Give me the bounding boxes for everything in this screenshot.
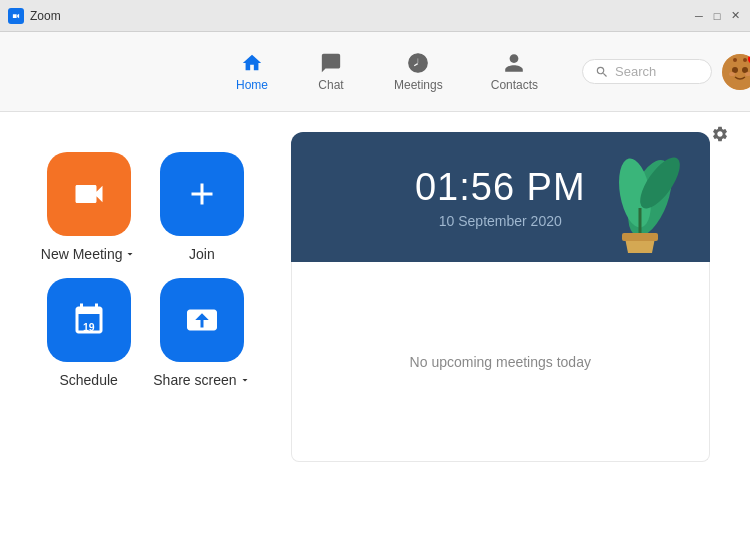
svg-text:19: 19: [83, 321, 95, 333]
action-grid: New Meeting Join 19: [40, 132, 251, 388]
tab-home[interactable]: Home: [216, 44, 288, 100]
join-item: Join: [153, 152, 250, 262]
contacts-tab-label: Contacts: [491, 78, 538, 92]
share-screen-label: Share screen: [153, 372, 250, 388]
contacts-icon: [503, 52, 525, 74]
title-bar-left: Zoom: [8, 8, 61, 24]
app-window: Zoom ─ □ ✕ Home Chat: [0, 0, 750, 554]
clock-date: 10 September 2020: [439, 213, 562, 229]
share-screen-chevron: [239, 374, 251, 386]
chat-tab-label: Chat: [318, 78, 343, 92]
clock-banner: 01:56 PM 10 September 2020: [291, 132, 710, 262]
close-button[interactable]: ✕: [728, 9, 742, 23]
main-content: New Meeting Join 19: [0, 112, 750, 554]
meetings-tab-label: Meetings: [394, 78, 443, 92]
share-icon: [184, 302, 220, 338]
clock-time: 01:56 PM: [415, 166, 586, 209]
camera-icon: [71, 176, 107, 212]
app-title: Zoom: [30, 9, 61, 23]
calendar-icon: 19: [71, 302, 107, 338]
right-panel: 01:56 PM 10 September 2020 No upcoming m…: [291, 132, 710, 462]
search-placeholder: Search: [615, 64, 656, 79]
svg-point-9: [733, 58, 737, 62]
minimize-button[interactable]: ─: [692, 9, 706, 23]
svg-point-5: [729, 72, 735, 76]
schedule-label: Schedule: [59, 372, 117, 388]
gear-icon: [711, 125, 729, 143]
meetings-panel: No upcoming meetings today: [291, 262, 710, 462]
join-label: Join: [189, 246, 215, 262]
plus-icon: [184, 176, 220, 212]
maximize-button[interactable]: □: [710, 9, 724, 23]
tab-chat[interactable]: Chat: [296, 44, 366, 100]
new-meeting-item: New Meeting: [40, 152, 137, 262]
share-screen-item: Share screen: [153, 278, 250, 388]
settings-button[interactable]: [706, 120, 734, 148]
svg-rect-15: [622, 233, 658, 241]
search-icon: [595, 65, 609, 79]
schedule-button[interactable]: 19: [47, 278, 131, 362]
nav-tabs: Home Chat Meetings Cont: [216, 44, 558, 100]
svg-point-10: [743, 58, 747, 62]
join-button[interactable]: [160, 152, 244, 236]
user-avatar[interactable]: [722, 54, 750, 90]
plant-decoration: [600, 138, 680, 262]
search-box[interactable]: Search: [582, 59, 712, 84]
meetings-icon: [407, 52, 429, 74]
new-meeting-button[interactable]: [47, 152, 131, 236]
nav-right: Search: [558, 54, 750, 90]
share-screen-button[interactable]: [160, 278, 244, 362]
tab-contacts[interactable]: Contacts: [471, 44, 558, 100]
tab-meetings[interactable]: Meetings: [374, 44, 463, 100]
home-tab-label: Home: [236, 78, 268, 92]
window-controls: ─ □ ✕: [692, 9, 742, 23]
home-icon: [241, 52, 263, 74]
new-meeting-label: New Meeting: [41, 246, 137, 262]
title-bar: Zoom ─ □ ✕: [0, 0, 750, 32]
top-nav: Home Chat Meetings Cont: [0, 32, 750, 112]
schedule-item: 19 Schedule: [40, 278, 137, 388]
chat-icon: [320, 52, 342, 74]
zoom-app-icon: [8, 8, 24, 24]
no-meetings-text: No upcoming meetings today: [410, 354, 591, 370]
new-meeting-chevron: [124, 248, 136, 260]
